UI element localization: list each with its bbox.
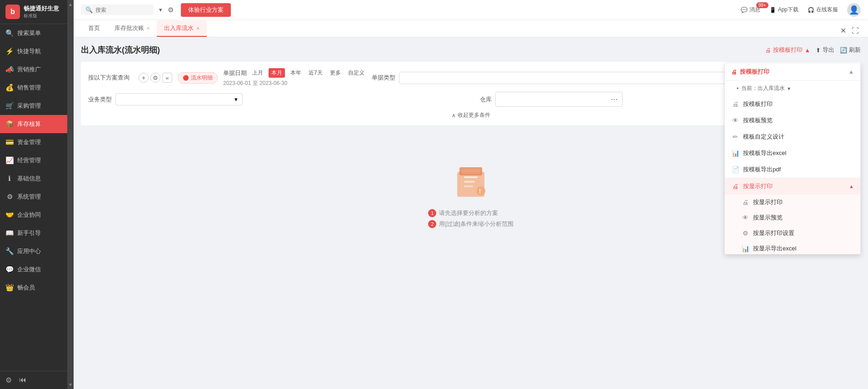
date-tab-this-year[interactable]: 本年 [289, 68, 303, 78]
warehouse-select[interactable]: ··· [495, 92, 623, 107]
dropdown-item-top-2[interactable]: ✏模板自定义设计 [725, 129, 860, 145]
nav-icon-2: 📣 [5, 65, 14, 74]
sidebar-item-4[interactable]: 🛒采购管理 [0, 97, 67, 115]
sidebar-item-7[interactable]: 📈经营管理 [0, 151, 67, 170]
nav-icon-7: 📈 [5, 156, 14, 165]
dropdown-sub-item-0[interactable]: 🖨按显示打印 [725, 194, 860, 210]
app-download-btn[interactable]: 📱 App下载 [769, 6, 798, 14]
nav-label-1: 快捷导航 [17, 47, 41, 55]
dropdown-item-top-0[interactable]: 🖨按模板打印 [725, 96, 860, 112]
sidebar-item-12[interactable]: 🔧应用中心 [0, 242, 67, 260]
svg-rect-3 [464, 176, 478, 178]
sidebar-item-13[interactable]: 💬企业微信 [0, 260, 67, 279]
print-icon: 🖨 [765, 47, 771, 54]
sidebar-item-9[interactable]: ⚙系统管理 [0, 188, 67, 206]
date-tab-this-month[interactable]: 本月 [269, 68, 285, 78]
warehouse-more[interactable]: ··· [611, 95, 618, 104]
biz-type-select[interactable]: ▾ [115, 93, 243, 105]
nav-label-11: 新手引导 [17, 229, 41, 237]
sidebar-item-2[interactable]: 📣营销推广 [0, 60, 67, 79]
nav-icon-14: 👑 [5, 284, 14, 292]
dropdown-sub-item-3[interactable]: 📊按显示导出excel [725, 241, 860, 254]
tabs-bar: 首页 库存批次账 × 出入库流水 × ✕ ⛶ [74, 20, 868, 37]
dropdown-top-items: 🖨按模板打印👁按模板预览✏模板自定义设计📊按模板导出excel📄按模板导出pdf [725, 96, 860, 178]
date-tab-more[interactable]: 更多 [328, 68, 343, 78]
tab-maximize-btn[interactable]: ⛶ [850, 25, 861, 37]
topbar-gear-icon[interactable]: ⚙ [168, 6, 174, 14]
scroll-up-arrow[interactable]: ▲ [68, 2, 73, 7]
settings-icon[interactable]: ⚙ [5, 376, 12, 384]
nav-label-8: 基础信息 [17, 175, 41, 183]
filter-collapse-btn[interactable]: « [162, 73, 172, 83]
topbar-search-box[interactable]: 🔍 [81, 5, 154, 15]
search-icon: 🔍 [85, 6, 93, 13]
sidebar-item-3[interactable]: 💰销售管理 [0, 79, 67, 97]
nav-label-14: 畅会员 [17, 284, 35, 292]
notice-icon: 💬 [741, 7, 748, 13]
item-label-top-1: 按模板预览 [743, 116, 773, 125]
date-tabs: 单据日期 上月 本月 本年 近7天 更多 自定义 [223, 68, 366, 78]
tab-close-stock-flow[interactable]: × [196, 25, 199, 31]
filter-tag[interactable]: 🔴 流水明细 [178, 72, 218, 84]
dropdown-item-top-3[interactable]: 📊按模板导出excel [725, 145, 860, 161]
date-tab-last-month[interactable]: 上月 [250, 68, 265, 78]
sidebar-item-6[interactable]: 💳资金管理 [0, 133, 67, 151]
search-input[interactable] [95, 7, 141, 13]
collapse-more-btn[interactable]: ∧ 收起更多条件 [452, 111, 490, 119]
sidebar-item-11[interactable]: 📖新手引导 [0, 224, 67, 242]
tab-inventory-batch[interactable]: 库存批次账 × [107, 20, 157, 37]
tab-close-inventory[interactable]: × [147, 25, 150, 31]
warehouse-label: 仓库 [480, 95, 492, 104]
item-label-top-3: 按模板导出excel [743, 149, 786, 157]
active-section-icon: 🖨 [731, 183, 739, 190]
refresh-btn[interactable]: 🔄 刷新 [840, 46, 861, 54]
item-label-top-2: 模板自定义设计 [743, 133, 784, 141]
filter-add-btn[interactable]: + [139, 73, 149, 83]
nav-icon-13: 💬 [5, 265, 14, 274]
item-label-top-4: 按模板导出pdf [743, 165, 781, 174]
tab-home[interactable]: 首页 [81, 20, 107, 37]
dropdown-chevron-up[interactable]: ▲ [848, 69, 854, 75]
user-avatar[interactable]: 👤 [847, 3, 861, 17]
sidebar-item-1[interactable]: ⚡快捷导航 [0, 42, 67, 60]
dropdown-sub-item-2[interactable]: ⚙按显示打印设置 [725, 225, 860, 241]
item-icon-top-0: 🖨 [731, 100, 739, 108]
tab-close-all-btn[interactable]: ✕ [838, 25, 848, 37]
filter-actions: + ⚙ « [139, 73, 172, 83]
trial-btn[interactable]: 体验行业方案 [181, 3, 231, 17]
svg-text:!: ! [479, 188, 481, 194]
current-dot-icon: • [737, 85, 738, 92]
date-filter: 单据日期 上月 本月 本年 近7天 更多 自定义 2023-06-01 至 20… [223, 68, 366, 87]
sidebar-item-0[interactable]: 🔍搜索菜单 [0, 24, 67, 42]
online-service-btn[interactable]: 🎧 在线客服 [808, 6, 838, 14]
tabs-right-actions: ✕ ⛶ [838, 25, 861, 37]
sub-item-icon-3: 📊 [741, 245, 749, 252]
dropdown-sub-item-1[interactable]: 👁按显示预览 [725, 210, 860, 225]
sub-item-icon-1: 👁 [741, 214, 749, 221]
sub-item-label-0: 按显示打印 [753, 198, 783, 206]
collapse-up-icon: ∧ [452, 112, 456, 119]
toggle-icon[interactable]: ⏮ [19, 376, 26, 384]
filter-setting-btn[interactable]: ⚙ [150, 73, 160, 83]
search-dropdown-arrow[interactable]: ▾ [159, 6, 162, 13]
dropdown-item-top-1[interactable]: 👁按模板预览 [725, 112, 860, 129]
sub-item-icon-2: ⚙ [741, 229, 749, 237]
dropdown-active-section[interactable]: 🖨 按显示打印 ▲ [725, 178, 860, 194]
hint-1: 1 请先选择要分析的方案 [428, 209, 513, 217]
svg-point-6 [476, 186, 485, 195]
nav-icon-11: 📖 [5, 229, 14, 237]
sidebar-item-8[interactable]: ℹ基础信息 [0, 170, 67, 188]
sidebar-item-10[interactable]: 🤝企业协同 [0, 206, 67, 224]
biz-type-label: 业务类型 [88, 95, 112, 104]
date-tab-7days[interactable]: 近7天 [307, 68, 324, 78]
sidebar-item-5[interactable]: 📦库存核算 [0, 115, 67, 133]
export-btn[interactable]: ⬆ 导出 [816, 46, 834, 54]
print-btn[interactable]: 🖨 按模板打印 ▲ [765, 46, 810, 54]
sidebar-item-14[interactable]: 👑畅会员 [0, 279, 67, 297]
tab-stock-flow[interactable]: 出入库流水 × [157, 20, 206, 37]
dropdown-item-top-4[interactable]: 📄按模板导出pdf [725, 161, 860, 178]
notice-btn[interactable]: 💬 消息 99+ [741, 6, 760, 14]
tag-fire-icon: 🔴 [183, 75, 189, 81]
date-tab-custom[interactable]: 自定义 [346, 68, 366, 78]
scroll-down-arrow[interactable]: ▼ [68, 382, 73, 387]
